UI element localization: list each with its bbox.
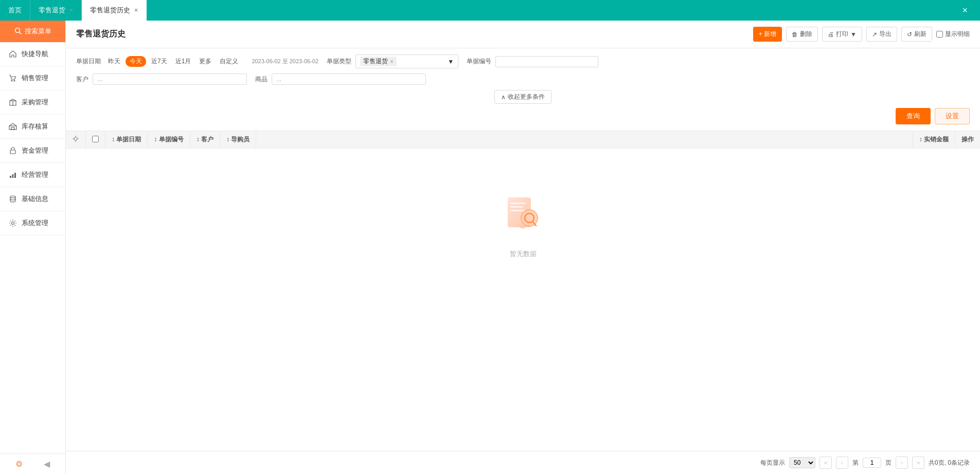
table-header-row: ↕ 单据日期 ↕ 单据编号 ↕ 客户 ↕ 导购员 ↕ bbox=[66, 131, 980, 149]
sidebar-item-operation-mgmt[interactable]: 经营管理 bbox=[0, 163, 65, 187]
date-shortcut-yesterday[interactable]: 昨天 bbox=[105, 56, 123, 67]
collapse-icon: ∧ bbox=[501, 94, 506, 101]
sidebar-item-inventory-label: 库存核算 bbox=[22, 122, 48, 131]
page-header: 零售退货历史 + 新增 🗑 删除 🖨 打印 ▼ ↗ 导出 ↺ bbox=[66, 21, 980, 48]
filter-row-2: 客户 ... 商品 ... bbox=[76, 74, 970, 85]
date-filter: 单据日期 昨天 今天 近7天 近1月 更多 自定义 bbox=[76, 56, 241, 67]
svg-rect-8 bbox=[10, 150, 15, 154]
filter-row-1: 单据日期 昨天 今天 近7天 近1月 更多 自定义 2023-06-02 至 2… bbox=[76, 54, 970, 68]
th-actual-amount-label: ↕ 实销金额 bbox=[919, 136, 949, 143]
pagination-bar: 每页显示 50 10 20 100 « ‹ 第 1 页 › » 共0页, 0条记… bbox=[66, 451, 980, 474]
date-shortcut-more[interactable]: 更多 bbox=[196, 56, 215, 67]
th-doc-number: ↕ 单据编号 bbox=[148, 131, 190, 149]
doc-number-input[interactable] bbox=[495, 56, 598, 67]
date-shortcut-today[interactable]: 今天 bbox=[126, 56, 146, 67]
th-settings bbox=[66, 131, 86, 149]
doc-type-tag-remove[interactable]: × bbox=[390, 58, 394, 65]
delete-button[interactable]: 🗑 删除 bbox=[786, 27, 818, 42]
lock-icon bbox=[8, 146, 17, 155]
print-button[interactable]: 🖨 打印 ▼ bbox=[822, 27, 862, 42]
sidebar-item-basic-info[interactable]: 基础信息 bbox=[0, 187, 65, 211]
sidebar-item-quick-nav[interactable]: 快捷导航 bbox=[0, 42, 65, 66]
gear-settings-button[interactable]: ⚙ bbox=[15, 459, 23, 469]
prev-page-button[interactable]: ‹ bbox=[836, 457, 848, 469]
table-area: ↕ 单据日期 ↕ 单据编号 ↕ 客户 ↕ 导购员 ↕ bbox=[66, 131, 980, 451]
database-icon bbox=[8, 194, 17, 204]
page-prefix-label: 第 bbox=[852, 459, 859, 467]
sidebar-item-sales-mgmt-label: 销售管理 bbox=[22, 74, 48, 83]
setting-button[interactable]: 设置 bbox=[935, 108, 970, 124]
sidebar-item-finance-mgmt[interactable]: 资金管理 bbox=[0, 139, 65, 163]
select-all-checkbox[interactable] bbox=[92, 136, 99, 142]
sidebar-item-sales-mgmt[interactable]: 销售管理 bbox=[0, 66, 65, 90]
customer-label: 客户 bbox=[76, 75, 88, 84]
page-number-input[interactable]: 1 bbox=[863, 458, 881, 468]
sidebar-bottom: ⚙ ◀ bbox=[0, 453, 65, 474]
tab-retail-return[interactable]: 零售退货 × bbox=[30, 0, 82, 21]
tab-retail-return-history-close[interactable]: × bbox=[134, 7, 138, 14]
doc-type-tag-value: 零售退货 bbox=[363, 57, 388, 66]
per-page-label: 每页显示 bbox=[760, 459, 785, 467]
sidebar-item-system-mgmt[interactable]: 系统管理 bbox=[0, 211, 65, 235]
doc-type-dropdown-icon: ▼ bbox=[448, 58, 454, 65]
sidebar-item-inventory[interactable]: 库存核算 bbox=[0, 115, 65, 139]
export-button[interactable]: ↗ 导出 bbox=[866, 27, 897, 42]
sidebar-item-purchase-mgmt[interactable]: 采购管理 bbox=[0, 90, 65, 115]
window-close-button[interactable]: × bbox=[958, 3, 972, 18]
print-dropdown-icon: ▼ bbox=[850, 31, 857, 38]
sidebar-item-operation-mgmt-label: 经营管理 bbox=[22, 170, 48, 179]
collapse-conditions-button[interactable]: ∧ 收起更多条件 bbox=[494, 90, 551, 104]
search-icon bbox=[14, 27, 22, 36]
refresh-icon: ↺ bbox=[907, 31, 912, 38]
per-page-select[interactable]: 50 10 20 100 bbox=[789, 457, 815, 468]
box-icon bbox=[8, 98, 17, 107]
svg-rect-16 bbox=[510, 203, 526, 204]
next-page-button[interactable]: › bbox=[896, 457, 908, 469]
th-customer-label: ↕ 客户 bbox=[197, 136, 213, 143]
sidebar-search[interactable]: 搜索菜单 bbox=[0, 21, 65, 42]
show-detail-checkbox[interactable] bbox=[936, 31, 943, 38]
toolbar-buttons: + 新增 🗑 删除 🖨 打印 ▼ ↗ 导出 ↺ 刷新 bbox=[753, 27, 970, 42]
column-settings-icon[interactable] bbox=[72, 137, 79, 144]
svg-rect-11 bbox=[14, 173, 16, 178]
doc-number-filter: 单据编号 bbox=[467, 56, 598, 67]
main-layout: 搜索菜单 快捷导航 销售管理 采购管理 bbox=[0, 21, 980, 474]
table-body: 暂无数据 bbox=[66, 149, 980, 300]
doc-number-label: 单据编号 bbox=[467, 57, 491, 66]
tab-home[interactable]: 首页 bbox=[0, 0, 30, 21]
th-actions: 操作 bbox=[955, 131, 981, 149]
tab-retail-return-close[interactable]: × bbox=[69, 7, 73, 14]
date-shortcut-custom[interactable]: 自定义 bbox=[217, 56, 241, 67]
goods-input[interactable]: ... bbox=[272, 74, 426, 85]
sidebar: 搜索菜单 快捷导航 销售管理 采购管理 bbox=[0, 21, 66, 474]
sidebar-item-system-mgmt-label: 系统管理 bbox=[22, 218, 48, 228]
svg-rect-17 bbox=[510, 206, 523, 208]
doc-type-tag: 零售退货 × bbox=[360, 57, 397, 66]
customer-input[interactable]: ... bbox=[93, 74, 247, 85]
cart-icon bbox=[8, 74, 17, 83]
add-button[interactable]: + 新增 bbox=[753, 27, 782, 42]
tab-retail-return-history[interactable]: 零售退货历史 × bbox=[82, 0, 147, 21]
svg-rect-18 bbox=[510, 210, 525, 211]
print-icon: 🖨 bbox=[828, 31, 834, 38]
first-page-button[interactable]: « bbox=[819, 457, 832, 469]
last-page-button[interactable]: » bbox=[912, 457, 924, 469]
tab-retail-return-history-label: 零售退货历史 bbox=[90, 6, 130, 15]
doc-type-select[interactable]: 零售退货 × ▼ bbox=[355, 54, 458, 68]
date-shortcut-7days[interactable]: 近7天 bbox=[148, 56, 170, 67]
tab-list: 首页 零售退货 × 零售退货历史 × bbox=[0, 0, 958, 21]
date-shortcut-1month[interactable]: 近1月 bbox=[172, 56, 194, 67]
doc-type-filter: 单据类型 零售退货 × ▼ bbox=[327, 54, 458, 68]
query-button[interactable]: 查询 bbox=[896, 108, 931, 124]
delete-icon: 🗑 bbox=[792, 31, 798, 38]
date-filter-label: 单据日期 bbox=[76, 57, 101, 66]
collapse-sidebar-button[interactable]: ◀ bbox=[44, 459, 50, 469]
goods-placeholder: ... bbox=[276, 76, 281, 83]
chart-icon bbox=[8, 170, 17, 179]
svg-line-1 bbox=[19, 32, 21, 34]
pagination-total: 共0页, 0条记录 bbox=[929, 459, 970, 467]
sidebar-item-purchase-mgmt-label: 采购管理 bbox=[22, 98, 48, 107]
refresh-button[interactable]: ↺ 刷新 bbox=[901, 27, 932, 42]
th-doc-number-label: ↕ 单据编号 bbox=[154, 136, 183, 143]
th-customer: ↕ 客户 bbox=[190, 131, 220, 149]
